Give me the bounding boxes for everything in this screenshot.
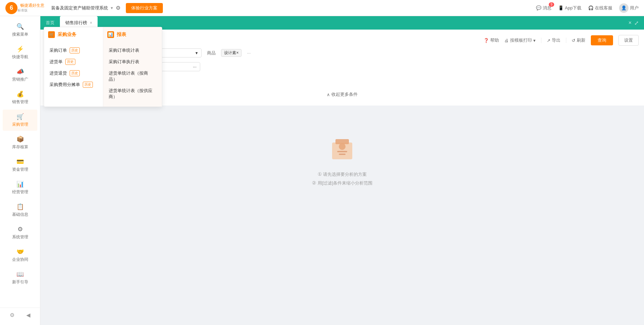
expand-icon[interactable]: ⤢ bbox=[634, 20, 639, 26]
report-1-label: 采购订单执行表 bbox=[109, 59, 139, 65]
user-btn[interactable]: 👤 用户 bbox=[619, 3, 639, 13]
dropdown-item-report-1[interactable]: 采购订单执行表 bbox=[107, 56, 158, 68]
online-service-label: 在线客服 bbox=[595, 5, 612, 11]
report-3-label: 进货单统计表（按供应商） bbox=[109, 88, 157, 100]
app-download-btn[interactable]: 📱 App下载 bbox=[558, 5, 581, 11]
box-icon: 📦 bbox=[16, 135, 24, 143]
svg-rect-3 bbox=[337, 151, 347, 152]
query-button[interactable]: 查询 bbox=[591, 35, 613, 45]
gear-icon: ⚙ bbox=[17, 226, 23, 233]
sidebar-item-sales[interactable]: 💰 销售管理 bbox=[3, 87, 37, 108]
export-btn[interactable]: ↗ 导出 bbox=[547, 37, 561, 43]
sidebar-item-label: 库存核算 bbox=[12, 144, 28, 150]
purchase-expense-label: 采购费用分摊单 bbox=[49, 82, 80, 88]
dropdown-purchase-header: 🛒 采购业务 bbox=[48, 31, 99, 41]
sidebar-item-basic-info[interactable]: 📋 基础信息 bbox=[3, 200, 37, 221]
empty-illustration bbox=[325, 132, 359, 166]
empty-tip-2: ② 用[过滤]条件来缩小分析范围 bbox=[312, 180, 372, 186]
sidebar-item-finance[interactable]: 💳 资金管理 bbox=[3, 155, 37, 176]
settings-bottom-icon[interactable]: ⚙ bbox=[10, 312, 14, 318]
dropdown-item-purchase-return[interactable]: 进货退货 历史 bbox=[48, 68, 99, 79]
salesman-arrow: ··· bbox=[193, 64, 196, 69]
report-header-icon: 📊 bbox=[107, 31, 114, 38]
refresh-icon: ↺ bbox=[572, 38, 575, 43]
logo-icon: 6 bbox=[5, 2, 17, 14]
dropdown-item-purchase-in[interactable]: 进货单 历史 bbox=[48, 56, 99, 68]
history-badge-0: 历史 bbox=[70, 47, 80, 53]
phone-icon: 📱 bbox=[558, 5, 564, 10]
dropdown-menu: 🛒 采购业务 采购订单 历史 进货单 历史 进货退货 历史 采购费用分摊单 历史… bbox=[44, 27, 162, 107]
sidebar-item-purchase[interactable]: 🛒 采购管理 bbox=[3, 110, 37, 131]
sidebar-item-label: 销售管理 bbox=[12, 99, 28, 105]
goods-more-icon[interactable]: ··· bbox=[247, 50, 251, 55]
app-download-label: App下载 bbox=[565, 5, 581, 11]
refresh-btn[interactable]: ↺ 刷新 bbox=[572, 37, 585, 43]
sidebar-item-guide[interactable]: 📖 新手引导 bbox=[3, 267, 37, 288]
sidebar-item-system[interactable]: ⚙ 系统管理 bbox=[3, 222, 37, 243]
megaphone-icon: 📣 bbox=[16, 68, 24, 75]
logo: 6 畅捷通好生意 标准版 bbox=[5, 2, 46, 14]
sidebar-item-inventory[interactable]: 📦 库存核算 bbox=[3, 132, 37, 153]
cart-icon: 🛒 bbox=[16, 113, 24, 120]
sidebar-item-business[interactable]: 📊 经营管理 bbox=[3, 177, 37, 198]
settings-button[interactable]: 设置 bbox=[618, 35, 639, 46]
sidebar-item-label: 资金管理 bbox=[12, 167, 28, 172]
sidebar-item-quick-nav[interactable]: ⚡ 快捷导航 bbox=[3, 42, 37, 63]
refresh-label: 刷新 bbox=[577, 37, 585, 43]
dropdown-item-purchase-expense[interactable]: 采购费用分摊单 历史 bbox=[48, 79, 99, 90]
search-icon: 🔍 bbox=[16, 23, 24, 30]
empty-tip-1-text: 请先选择要分析的方案 bbox=[323, 172, 367, 177]
clipboard-icon: 📋 bbox=[16, 203, 24, 210]
money-icon: 💰 bbox=[16, 90, 24, 98]
purchase-return-label: 进货退货 bbox=[49, 70, 67, 76]
sidebar-item-label: 基础信息 bbox=[12, 212, 28, 217]
voucher-status-arrow: ▾ bbox=[195, 50, 198, 55]
tab-sales-rank-label: 销售排行榜 bbox=[65, 20, 87, 26]
purchase-order-label: 采购订单 bbox=[49, 47, 67, 53]
dropdown-item-purchase-order[interactable]: 采购订单 历史 bbox=[48, 45, 99, 56]
sidebar-item-label: 采购管理 bbox=[12, 122, 28, 127]
dropdown-item-report-0[interactable]: 采购订单统计表 bbox=[107, 45, 158, 56]
export-icon: ↗ bbox=[547, 38, 550, 43]
tab-bar-right: × ⤢ bbox=[629, 20, 644, 26]
sidebar-item-search[interactable]: 🔍 搜索菜单 bbox=[3, 19, 37, 41]
tab-close-icon[interactable]: × bbox=[90, 21, 92, 25]
sidebar-item-label: 营销推广 bbox=[12, 77, 28, 82]
empty-tip-1: ① 请先选择要分析的方案 bbox=[318, 171, 367, 177]
purchase-header-icon: 🛒 bbox=[48, 31, 55, 38]
purchase-header-label: 采购业务 bbox=[58, 32, 76, 38]
sidebar-item-label: 系统管理 bbox=[12, 234, 28, 240]
divider2 bbox=[566, 38, 566, 43]
sidebar-item-label: 企业协同 bbox=[12, 257, 28, 262]
close-window-icon[interactable]: × bbox=[629, 20, 632, 26]
online-service-btn[interactable]: 🎧 在线客服 bbox=[588, 5, 612, 11]
help-label: 帮助 bbox=[490, 37, 499, 43]
dropdown-report-col: 📊 报表 采购订单统计表 采购订单执行表 进货单统计表（按商品） 进货单统计表（… bbox=[103, 27, 162, 107]
sidebar-item-marketing[interactable]: 📣 营销推广 bbox=[3, 65, 37, 86]
sidebar-item-cooperation[interactable]: 🤝 企业协同 bbox=[3, 245, 37, 266]
top-bar: 6 畅捷通好生意 标准版 装备及固定资产辅助管理系统 ▾ ⚙ 体验行业方案 💬 … bbox=[0, 0, 644, 16]
goods-tag-value: 设计素× bbox=[224, 50, 239, 56]
export-label: 导出 bbox=[552, 37, 561, 43]
settings-icon[interactable]: ⚙ bbox=[116, 5, 120, 11]
dropdown-item-report-2[interactable]: 进货单统计表（按商品） bbox=[107, 68, 158, 85]
logo-sub: 标准版 bbox=[17, 8, 44, 13]
voucher-status-select[interactable]: ▾ bbox=[161, 48, 202, 57]
messages-btn[interactable]: 💬 消息 9 bbox=[536, 5, 551, 11]
report-0-label: 采购订单统计表 bbox=[109, 47, 139, 53]
help-btn[interactable]: ❓ 帮助 bbox=[484, 37, 499, 43]
system-arrow-icon[interactable]: ▾ bbox=[111, 5, 113, 10]
dropdown-item-report-3[interactable]: 进货单统计表（按供应商） bbox=[107, 85, 158, 103]
user-label: 用户 bbox=[630, 5, 639, 11]
message-icon: 💬 bbox=[536, 5, 541, 10]
logo-title: 畅捷通好生意 bbox=[20, 3, 44, 8]
svg-point-2 bbox=[339, 143, 346, 150]
print-btn[interactable]: 🖨 按模板打印 ▾ bbox=[504, 37, 536, 43]
collapse-icon: ∧ bbox=[327, 92, 330, 97]
dropdown-report-header: 📊 报表 bbox=[107, 31, 158, 41]
collapse-sidebar-icon[interactable]: ◀ bbox=[26, 312, 30, 318]
help-icon: ❓ bbox=[484, 38, 489, 43]
sidebar-item-label: 搜索菜单 bbox=[12, 32, 28, 37]
industry-button[interactable]: 体验行业方案 bbox=[126, 3, 163, 13]
history-badge-1: 历史 bbox=[65, 59, 75, 65]
